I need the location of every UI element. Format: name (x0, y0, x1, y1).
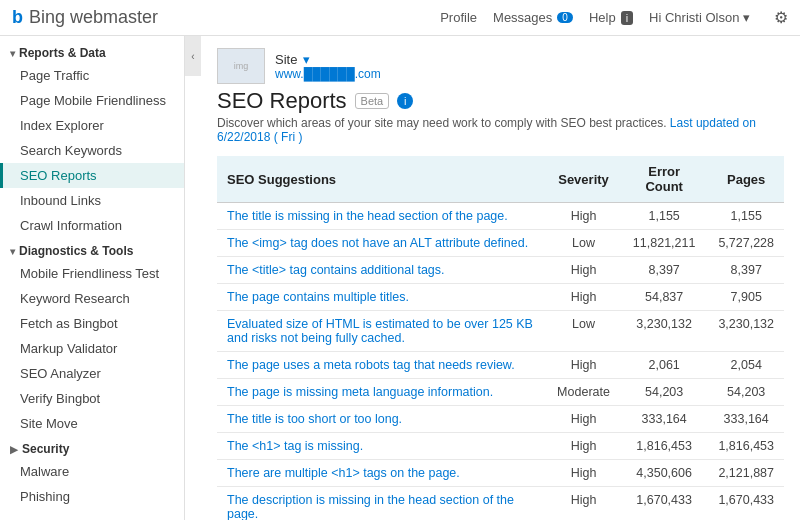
sidebar: ▾ Reports & Data Page Traffic Page Mobil… (0, 36, 185, 520)
seo-suggestion-link[interactable]: The title is too short or too long. (227, 412, 402, 426)
table-row: The page contains multiple titles.High54… (217, 284, 784, 311)
severity-cell: Low (547, 230, 620, 257)
pages-cell: 5,727,228 (708, 230, 784, 257)
seo-suggestion-link[interactable]: The <img> tag does not have an ALT attri… (227, 236, 528, 250)
table-row: There are multiple <h1> tags on the page… (217, 460, 784, 487)
sidebar-section-label: Reports & Data (19, 46, 106, 60)
sidebar-item-malware[interactable]: Malware (0, 459, 184, 484)
severity-cell: High (547, 433, 620, 460)
sidebar-item-index-explorer[interactable]: Index Explorer (0, 113, 184, 138)
sidebar-item-page-traffic[interactable]: Page Traffic (0, 63, 184, 88)
severity-cell: Moderate (547, 379, 620, 406)
severity-cell: High (547, 284, 620, 311)
main-content: img Site ▾ www.██████.com SEO Reports Be… (201, 36, 800, 520)
sidebar-item-verify-bingbot[interactable]: Verify Bingbot (0, 386, 184, 411)
seo-suggestion-link[interactable]: There are multiple <h1> tags on the page… (227, 466, 460, 480)
pages-cell: 3,230,132 (708, 311, 784, 352)
sidebar-item-inbound-links[interactable]: Inbound Links (0, 188, 184, 213)
pages-cell: 7,905 (708, 284, 784, 311)
table-row: Evaluated size of HTML is estimated to b… (217, 311, 784, 352)
arrow-icon: ▾ (10, 48, 15, 59)
sidebar-collapse-button[interactable]: ‹ (185, 36, 201, 76)
sidebar-section-label: Security (22, 442, 69, 456)
table-row: The title is too short or too long.High3… (217, 406, 784, 433)
sidebar-section-reports-data[interactable]: ▾ Reports & Data (0, 40, 184, 63)
pages-cell: 1,816,453 (708, 433, 784, 460)
seo-suggestion-link[interactable]: The page uses a meta robots tag that nee… (227, 358, 515, 372)
settings-gear-icon[interactable]: ⚙ (774, 8, 788, 27)
site-thumbnail: img (217, 48, 265, 84)
bing-b-icon: b (12, 7, 23, 28)
sidebar-item-seo-reports[interactable]: SEO Reports (0, 163, 184, 188)
messages-badge: 0 (557, 12, 573, 23)
profile-link[interactable]: Profile (440, 10, 477, 25)
error-count-cell: 11,821,211 (620, 230, 708, 257)
error-count-cell: 54,837 (620, 284, 708, 311)
pages-cell: 2,121,887 (708, 460, 784, 487)
sidebar-item-fetch-bingbot[interactable]: Fetch as Bingbot (0, 311, 184, 336)
seo-suggestion-link[interactable]: The page contains multiple titles. (227, 290, 409, 304)
error-count-cell: 4,350,606 (620, 460, 708, 487)
seo-suggestion-link[interactable]: The <h1> tag is missing. (227, 439, 363, 453)
pages-cell: 333,164 (708, 406, 784, 433)
sidebar-item-seo-analyzer[interactable]: SEO Analyzer (0, 361, 184, 386)
subtitle: Discover which areas of your site may ne… (217, 116, 784, 144)
seo-suggestion-link[interactable]: Evaluated size of HTML is estimated to b… (227, 317, 533, 345)
beta-badge: Beta (355, 93, 390, 109)
col-header-pages: Pages (708, 156, 784, 203)
site-url: www.██████.com (275, 67, 381, 81)
table-header-row: SEO Suggestions Severity Error Count Pag… (217, 156, 784, 203)
seo-suggestion-link[interactable]: The <title> tag contains additional tags… (227, 263, 445, 277)
table-row: The <h1> tag is missing.High1,816,4531,8… (217, 433, 784, 460)
help-link[interactable]: Help (589, 10, 616, 25)
error-count-cell: 2,061 (620, 352, 708, 379)
site-header: img Site ▾ www.██████.com (217, 48, 784, 84)
sidebar-item-keyword-research[interactable]: Keyword Research (0, 286, 184, 311)
error-count-cell: 333,164 (620, 406, 708, 433)
table-row: The page uses a meta robots tag that nee… (217, 352, 784, 379)
pages-cell: 1,155 (708, 203, 784, 230)
table-row: The title is missing in the head section… (217, 203, 784, 230)
col-header-severity: Severity (547, 156, 620, 203)
error-count-cell: 8,397 (620, 257, 708, 284)
severity-cell: High (547, 257, 620, 284)
pages-cell: 54,203 (708, 379, 784, 406)
sidebar-item-crawl-information[interactable]: Crawl Information (0, 213, 184, 238)
seo-suggestion-link[interactable]: The description is missing in the head s… (227, 493, 514, 520)
error-count-cell: 1,670,433 (620, 487, 708, 521)
error-count-cell: 1,816,453 (620, 433, 708, 460)
error-count-cell: 54,203 (620, 379, 708, 406)
severity-cell: High (547, 487, 620, 521)
site-info: Site ▾ www.██████.com (275, 52, 381, 81)
sidebar-item-page-mobile[interactable]: Page Mobile Friendliness (0, 88, 184, 113)
sidebar-item-mobile-friendliness[interactable]: Mobile Friendliness Test (0, 261, 184, 286)
arrow-icon: ▾ (10, 246, 15, 257)
seo-suggestion-link[interactable]: The page is missing meta language inform… (227, 385, 493, 399)
arrow-icon: ▶ (10, 444, 18, 455)
sidebar-section-diagnostics[interactable]: ▾ Diagnostics & Tools (0, 238, 184, 261)
severity-cell: High (547, 203, 620, 230)
sidebar-section-security[interactable]: ▶ Security (0, 436, 184, 459)
severity-cell: High (547, 352, 620, 379)
bing-wordmark: Bing webmaster (29, 7, 158, 28)
main-layout: ▾ Reports & Data Page Traffic Page Mobil… (0, 36, 800, 520)
user-menu[interactable]: Hi Christi Olson ▾ (649, 10, 750, 25)
info-icon[interactable]: i (397, 93, 413, 109)
severity-cell: High (547, 406, 620, 433)
seo-suggestion-link[interactable]: The title is missing in the head section… (227, 209, 508, 223)
topbar: b Bing webmaster Profile Messages 0 Help… (0, 0, 800, 36)
pages-cell: 8,397 (708, 257, 784, 284)
bing-logo: b Bing webmaster (12, 7, 158, 28)
table-row: The <title> tag contains additional tags… (217, 257, 784, 284)
col-header-suggestions: SEO Suggestions (217, 156, 547, 203)
table-row: The page is missing meta language inform… (217, 379, 784, 406)
sidebar-section-label: Diagnostics & Tools (19, 244, 133, 258)
messages-link[interactable]: Messages (493, 10, 552, 25)
help-badge: i (621, 11, 633, 25)
sidebar-item-search-keywords[interactable]: Search Keywords (0, 138, 184, 163)
sidebar-item-markup-validator[interactable]: Markup Validator (0, 336, 184, 361)
sidebar-item-phishing[interactable]: Phishing (0, 484, 184, 509)
severity-cell: High (547, 460, 620, 487)
page-title: SEO Reports Beta i (217, 88, 784, 114)
sidebar-item-site-move[interactable]: Site Move (0, 411, 184, 436)
